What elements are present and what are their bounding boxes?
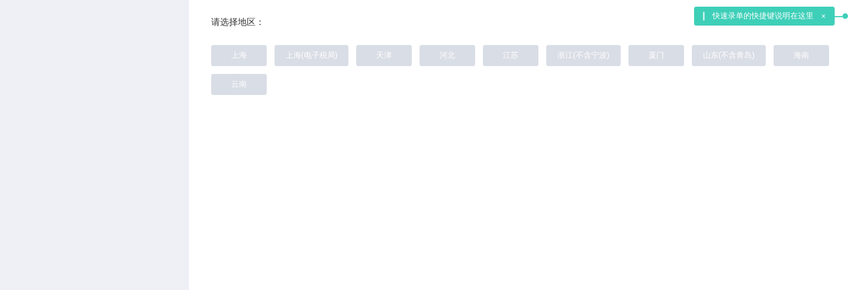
region-buttons: 上海上海(电子税局)天津河北江苏浙江(不含宁波)厦门山东(不含青岛)海南云南 [211, 45, 846, 95]
region-button-7[interactable]: 山东(不含青岛) [692, 45, 766, 66]
main-content: 请选择地区： 上海上海(电子税局)天津河北江苏浙江(不含宁波)厦门山东(不含青岛… [189, 0, 868, 290]
region-button-8[interactable]: 海南 [774, 45, 829, 66]
region-button-5[interactable]: 浙江(不含宁波) [546, 45, 620, 66]
region-button-9[interactable]: 云南 [211, 74, 267, 95]
tooltip-close-button[interactable]: × [821, 12, 826, 20]
region-button-6[interactable]: 厦门 [628, 45, 684, 66]
region-button-3[interactable]: 河北 [420, 45, 475, 66]
tooltip-banner: 快速录单的快捷键说明在这里 × [694, 7, 835, 26]
tooltip-dot [842, 13, 848, 19]
left-sidebar [0, 0, 189, 290]
region-button-0[interactable]: 上海 [211, 45, 267, 66]
region-button-2[interactable]: 天津 [356, 45, 412, 66]
tooltip-line [834, 16, 842, 17]
region-button-1[interactable]: 上海(电子税局) [275, 45, 348, 66]
region-button-4[interactable]: 江苏 [483, 45, 538, 66]
tooltip-text: 快速录单的快捷键说明在这里 [712, 11, 814, 21]
